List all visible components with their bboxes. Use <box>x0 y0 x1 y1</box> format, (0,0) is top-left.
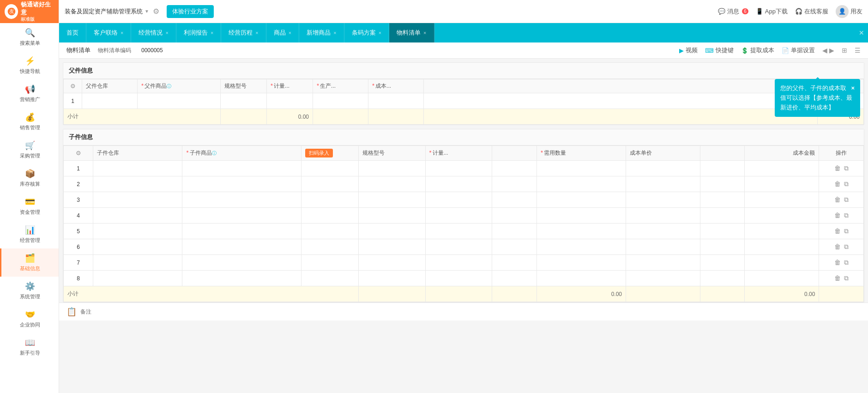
child-row-4-spec[interactable] <box>358 208 425 224</box>
copy-icon-7[interactable]: ⧉ <box>844 259 849 266</box>
child-row-6-goods[interactable] <box>182 239 301 255</box>
tab-goods[interactable]: 商品× <box>266 23 299 42</box>
child-row-2-goods[interactable] <box>182 176 301 192</box>
sidebar-item-purchase[interactable]: 🛒采购管理 <box>0 136 59 164</box>
child-row-5-qty[interactable] <box>536 224 626 239</box>
delete-icon-6[interactable]: 🗑 <box>834 243 841 250</box>
tab-bom[interactable]: 物料清单× <box>389 23 434 42</box>
parent-row-1-cost[interactable] <box>368 93 424 109</box>
tab-profit[interactable]: 利润报告× <box>176 23 221 42</box>
settings-icon[interactable]: ⚙ <box>153 7 159 16</box>
child-row-7-unit[interactable] <box>425 255 492 271</box>
tab-close-bom[interactable]: × <box>423 30 426 36</box>
delete-icon-3[interactable]: 🗑 <box>834 196 841 203</box>
tab-customer[interactable]: 客户联络× <box>86 23 131 42</box>
sidebar-item-sales[interactable]: 💰销售管理 <box>0 108 59 136</box>
sidebar-item-search[interactable]: 🔍搜索菜单 <box>0 23 59 51</box>
child-row-1-spec[interactable] <box>358 161 425 176</box>
delete-icon-5[interactable]: 🗑 <box>834 227 841 235</box>
sidebar-item-cooperation[interactable]: 🤝企业协同 <box>0 305 59 333</box>
parent-col-gear[interactable]: ⚙ <box>64 79 82 93</box>
tab-home[interactable]: 首页 <box>59 23 86 42</box>
tab-close-profit[interactable]: × <box>211 30 213 36</box>
child-row-6-warehouse[interactable] <box>93 239 182 255</box>
parent-row-1-produce[interactable] <box>313 93 368 109</box>
child-row-8-goods[interactable] <box>182 271 301 286</box>
tab-close-new-goods[interactable]: × <box>333 30 336 36</box>
tab-history[interactable]: 经营历程× <box>221 23 266 42</box>
tab-close-history[interactable]: × <box>255 30 258 36</box>
copy-icon-2[interactable]: ⧉ <box>844 180 849 187</box>
trial-btn[interactable]: 体验行业方案 <box>167 5 214 18</box>
sidebar-item-operations[interactable]: 📊经营管理 <box>0 220 59 248</box>
child-row-4-unit[interactable] <box>425 208 492 224</box>
copy-icon-4[interactable]: ⧉ <box>844 212 849 219</box>
close-all-btn[interactable]: ✕ <box>855 29 868 36</box>
extract-cost-btn[interactable]: 💲 提取成本 <box>741 46 774 54</box>
shortcut-btn[interactable]: ⌨ 快捷键 <box>705 46 734 54</box>
child-row-7-spec[interactable] <box>358 255 425 271</box>
prev-arrow[interactable]: ◀ <box>822 47 827 54</box>
child-row-1-unit-price[interactable] <box>626 161 700 176</box>
sidebar-item-inventory[interactable]: 📦库存核算 <box>0 164 59 192</box>
child-row-6-qty[interactable] <box>536 239 626 255</box>
system-title[interactable]: 装备及固定资产辅助管理系统 ▼ <box>65 7 149 16</box>
child-row-3-unit[interactable] <box>425 192 492 208</box>
child-row-5-spec[interactable] <box>358 224 425 239</box>
child-row-8-warehouse[interactable] <box>93 271 182 286</box>
child-row-1-unit[interactable] <box>425 161 492 176</box>
child-row-4-qty[interactable] <box>536 208 626 224</box>
sidebar-item-quick-nav[interactable]: ⚡快捷导航 <box>0 51 59 79</box>
child-row-2-qty[interactable] <box>536 176 626 192</box>
child-col-gear[interactable]: ⚙ <box>64 146 93 161</box>
child-row-2-unit[interactable] <box>425 176 492 192</box>
tab-operations[interactable]: 经营情况× <box>131 23 176 42</box>
tab-new-goods[interactable]: 新增商品× <box>299 23 344 42</box>
parent-row-1-unit[interactable] <box>267 93 313 109</box>
delete-icon-2[interactable]: 🗑 <box>834 180 841 187</box>
parent-row-1-spec[interactable] <box>221 93 267 109</box>
child-row-3-goods[interactable] <box>182 192 301 208</box>
child-row-6-spec[interactable] <box>358 239 425 255</box>
delete-icon-7[interactable]: 🗑 <box>834 259 841 266</box>
child-row-1-goods[interactable] <box>182 161 301 176</box>
child-row-2-warehouse[interactable] <box>93 176 182 192</box>
next-arrow[interactable]: ▶ <box>829 47 834 54</box>
child-row-4-warehouse[interactable] <box>93 208 182 224</box>
app-download-btn[interactable]: 📱 App下载 <box>756 7 788 16</box>
child-row-5-goods[interactable] <box>182 224 301 239</box>
child-row-8-spec[interactable] <box>358 271 425 286</box>
child-row-8-qty[interactable] <box>536 271 626 286</box>
sidebar-item-system[interactable]: ⚙️系统管理 <box>0 277 59 305</box>
tab-close-customer[interactable]: × <box>121 30 123 36</box>
child-row-8-unit[interactable] <box>425 271 492 286</box>
child-row-6-unit-price[interactable] <box>626 239 700 255</box>
child-row-5-unit-price[interactable] <box>626 224 700 239</box>
video-btn[interactable]: ▶ 视频 <box>679 46 698 54</box>
copy-icon-3[interactable]: ⧉ <box>844 196 849 203</box>
child-row-8-unit-price[interactable] <box>626 271 700 286</box>
copy-icon-1[interactable]: ⧉ <box>844 164 849 172</box>
delete-icon-1[interactable]: 🗑 <box>834 164 841 172</box>
single-settings-btn[interactable]: 📄 单据设置 <box>782 46 815 54</box>
child-row-3-spec[interactable] <box>358 192 425 208</box>
messages-btn[interactable]: 💬 消息 6 <box>718 7 748 16</box>
grid-view-icon[interactable]: ⊞ <box>842 47 847 54</box>
child-row-4-unit-price[interactable] <box>626 208 700 224</box>
child-col-scan[interactable]: 扫码录入 <box>301 146 358 161</box>
parent-row-1-warehouse[interactable] <box>82 93 138 109</box>
child-row-7-qty[interactable] <box>536 255 626 271</box>
parent-row-1-goods[interactable] <box>138 93 221 109</box>
sidebar-item-basic-info[interactable]: 🗂️基础信息 <box>0 248 59 277</box>
user-btn[interactable]: 👤 用友 <box>836 5 862 18</box>
tooltip-close-btn[interactable]: × <box>851 84 855 93</box>
child-row-5-warehouse[interactable] <box>93 224 182 239</box>
child-row-3-unit-price[interactable] <box>626 192 700 208</box>
sidebar-item-marketing[interactable]: 📢营销推广 <box>0 79 59 108</box>
delete-icon-8[interactable]: 🗑 <box>834 274 841 282</box>
sidebar-item-finance[interactable]: 💳资金管理 <box>0 192 59 220</box>
child-row-3-warehouse[interactable] <box>93 192 182 208</box>
child-row-2-spec[interactable] <box>358 176 425 192</box>
child-row-2-unit-price[interactable] <box>626 176 700 192</box>
copy-icon-8[interactable]: ⧉ <box>844 274 849 282</box>
